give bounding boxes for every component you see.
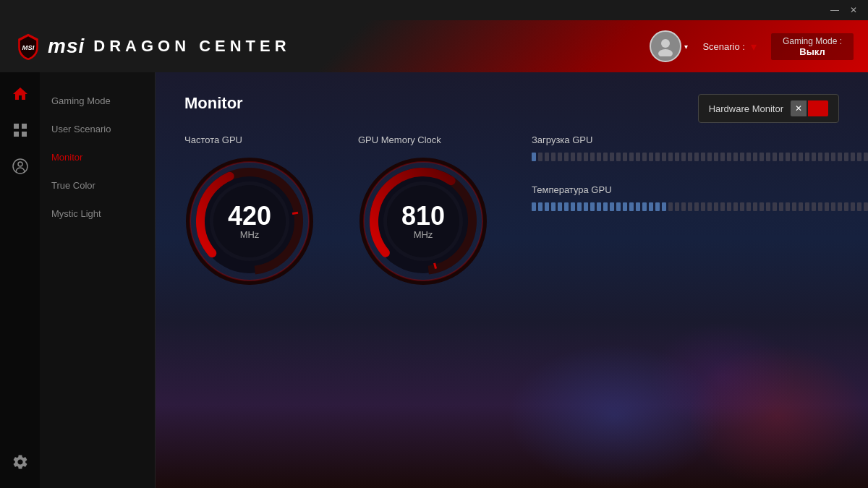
bar-segment (727, 153, 731, 161)
bar-segment (584, 202, 588, 211)
bar-segment (655, 202, 660, 211)
header: MSI msi DRAGON CENTER ▾ Scenario : ▾ Gam… (0, 20, 868, 72)
bar-segment (655, 153, 660, 161)
bar-segment (603, 202, 608, 211)
bar-segment (786, 153, 790, 161)
bar-segment (707, 202, 712, 211)
bar-segment (675, 153, 679, 161)
bar-segment (701, 153, 705, 161)
bar-gauges-section: Загрузка GPU 2 % Температура GPU 44 °C (532, 134, 868, 213)
minimize-button[interactable]: — (826, 3, 843, 17)
sidebar-menu: Gaming Mode User Scenario Monitor True C… (40, 72, 155, 228)
bar-segment (558, 153, 562, 161)
svg-rect-6 (22, 132, 27, 137)
svg-point-8 (18, 162, 22, 166)
sidebar-icon-user[interactable] (6, 152, 35, 181)
gpu-temp-row: 44 °C (532, 201, 868, 213)
bar-segment (681, 153, 686, 161)
bar-segment (831, 202, 835, 211)
scenario-label: Scenario : (702, 41, 745, 52)
settings-icon-wrapper[interactable] (12, 453, 29, 474)
sidebar-item-true-color[interactable]: True Color (40, 171, 155, 200)
sidebar-item-monitor[interactable]: Monitor (40, 143, 155, 171)
bg-glow-blue (506, 343, 723, 488)
bar-segment (864, 153, 868, 161)
bar-segment (818, 202, 822, 211)
bar-segment (603, 153, 608, 161)
gpu-load-label: Загрузка GPU (532, 134, 868, 145)
bar-segment (727, 202, 731, 211)
bar-segment (720, 202, 725, 211)
sidebar-item-gaming-mode[interactable]: Gaming Mode (40, 87, 155, 115)
bar-segment (649, 202, 653, 211)
gpu-mem-value: 810 (401, 203, 445, 229)
gpu-mem-value-display: 810 MHz (401, 203, 445, 240)
bar-segment (864, 202, 868, 211)
bar-segment (623, 153, 627, 161)
bar-segment (584, 153, 588, 161)
bar-segment (792, 202, 796, 211)
hardware-monitor-label: Hardware Monitor (709, 103, 783, 114)
gpu-temp-label: Температура GPU (532, 184, 868, 195)
gpu-temp-bar-item: Температура GPU 44 °C (532, 184, 868, 213)
bar-segment (753, 153, 757, 161)
user-circle-icon (12, 158, 29, 175)
bar-segment (675, 202, 679, 211)
bar-segment (707, 153, 712, 161)
bar-segment (740, 202, 744, 211)
dragon-center-text: DRAGON CENTER (93, 37, 290, 56)
scenario-chevron-icon[interactable]: ▾ (751, 40, 757, 53)
sidebar-icon-home[interactable] (6, 80, 35, 108)
bar-segment (805, 153, 809, 161)
bar-segment (688, 153, 692, 161)
bar-segment (545, 153, 549, 161)
bar-segment (532, 153, 536, 161)
bar-segment (668, 153, 673, 161)
titlebar: — ✕ (0, 0, 868, 20)
gpu-load-bar-item: Загрузка GPU 2 % (532, 134, 868, 163)
gpu-load-row: 2 % (532, 151, 868, 163)
svg-line-24 (435, 263, 436, 269)
bg-glow-purple (651, 322, 796, 430)
user-avatar-button[interactable]: ▾ (650, 30, 688, 62)
gpu-freq-value-display: 420 MHz (228, 203, 271, 240)
sidebar-item-mystic-light[interactable]: Mystic Light (40, 200, 155, 228)
main-content: Monitor Hardware Monitor ✕ Частота GPU (156, 72, 868, 488)
bar-segment (623, 202, 627, 211)
bar-segment (642, 202, 647, 211)
bar-segment (825, 202, 829, 211)
close-button[interactable]: ✕ (845, 3, 862, 17)
bar-segment (694, 153, 699, 161)
bar-segment (812, 153, 816, 161)
settings-icon (12, 453, 29, 471)
bar-segment (733, 202, 738, 211)
bar-segment (616, 153, 621, 161)
bar-segment (805, 202, 809, 211)
bar-segment (812, 202, 816, 211)
gpu-temp-track (532, 202, 868, 212)
bar-segment (538, 202, 542, 211)
bar-segment (668, 202, 673, 211)
toggle-on-indicator (808, 100, 828, 116)
bg-glow-red (687, 343, 868, 488)
bar-segment (714, 202, 718, 211)
bar-segment (720, 153, 725, 161)
bar-segment (681, 202, 686, 211)
sidebar-icon-apps[interactable] (6, 116, 35, 145)
svg-line-16 (292, 213, 298, 213)
sidebar-item-user-scenario[interactable]: User Scenario (40, 115, 155, 143)
bar-segment (838, 153, 842, 161)
msi-logo: MSI msi DRAGON CENTER (14, 33, 291, 60)
bar-segment (590, 202, 595, 211)
grid-icon (12, 121, 29, 139)
toggle-switch[interactable]: ✕ (791, 100, 828, 116)
gpu-freq-value: 420 (228, 203, 271, 229)
logo-area: MSI msi DRAGON CENTER (0, 33, 650, 60)
bar-segment (694, 202, 699, 211)
bar-segment (662, 153, 666, 161)
bar-segment (597, 153, 601, 161)
bar-segment (597, 202, 601, 211)
hardware-monitor-toggle[interactable]: Hardware Monitor ✕ (698, 94, 839, 123)
bar-segment (642, 153, 647, 161)
sidebar-icon-settings[interactable] (0, 453, 40, 474)
